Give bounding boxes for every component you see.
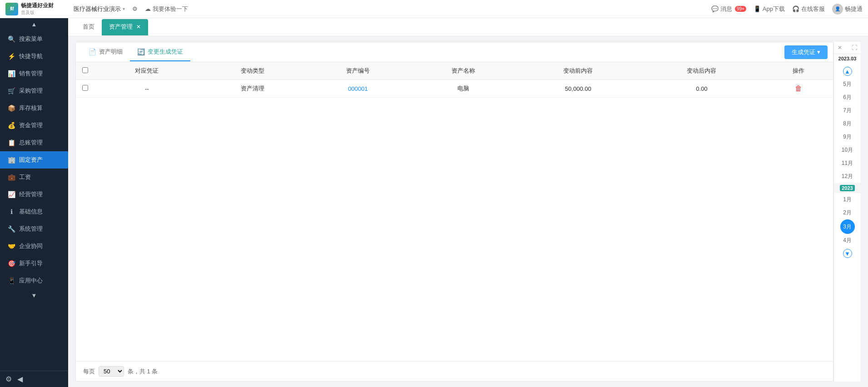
service-icon: 🎧 <box>792 5 799 12</box>
experience-label: 我要体验一下 <box>153 5 188 13</box>
sidebar-item-system[interactable]: 🔧 系统管理 <box>0 220 68 238</box>
tabs-bar: 首页 资产管理 ✕ <box>68 18 868 36</box>
sidebar-item-payroll[interactable]: 💼 工资 <box>0 169 68 186</box>
sidebar-item-app-center[interactable]: 📱 应用中心 <box>0 272 68 289</box>
pagination: 每页 50 10 20 100 条，共 1 条 <box>76 361 833 381</box>
generate-voucher-label: 生成凭证 <box>792 48 815 56</box>
cloud-icon: ☁ <box>145 5 151 12</box>
calendar-down-arrow[interactable]: ▼ <box>834 247 861 260</box>
message-button[interactable]: 💬 消息 99+ <box>711 5 746 13</box>
generate-voucher-button[interactable]: 生成凭证 ▾ <box>784 45 828 59</box>
row-asset-name: 电脑 <box>411 80 516 98</box>
sidebar-item-operations[interactable]: 📈 经营管理 <box>0 186 68 203</box>
sidebar-item-search[interactable]: 🔍 搜索菜单 <box>0 30 68 48</box>
message-badge: 99+ <box>735 6 746 12</box>
sidebar-label-fixed-assets: 固定资产 <box>19 156 43 164</box>
app-download-button[interactable]: 📱 App下载 <box>754 5 785 13</box>
calendar-close-button[interactable]: ✕ <box>838 45 842 51</box>
capital-icon: 💰 <box>7 122 15 129</box>
row-before-change: 50,000.00 <box>516 80 640 98</box>
sidebar-scroll-down[interactable]: ▼ <box>0 289 68 302</box>
row-checkbox-cell <box>76 80 94 98</box>
settings-button[interactable]: ⚙ <box>129 3 141 15</box>
tab-home[interactable]: 首页 <box>75 19 102 35</box>
calendar-month-9[interactable]: 9月 <box>834 130 861 144</box>
sidebar-label-basic-info: 基础信息 <box>19 208 43 216</box>
tab-asset-management[interactable]: 资产管理 ✕ <box>102 19 148 35</box>
calendar-month-2[interactable]: 2月 <box>834 206 861 219</box>
calendar-month-8[interactable]: 8月 <box>834 117 861 130</box>
logo-area: 财 畅捷通好业财 普及版 <box>5 2 74 16</box>
sidebar-item-fixed-assets[interactable]: 🏢 固定资产 <box>0 151 68 169</box>
fixed-assets-icon: 🏢 <box>7 156 15 164</box>
table-container: 对应凭证 变动类型 资产编号 资产名称 变动前内容 变动后内容 操作 <box>76 62 833 361</box>
calendar-month-12[interactable]: 12月 <box>834 170 861 183</box>
basic-info-icon: ℹ <box>7 208 15 215</box>
calendar-month-4[interactable]: 4月 <box>834 234 861 247</box>
purchase-icon: 🛒 <box>7 87 15 94</box>
sidebar-item-purchase[interactable]: 🛒 采购管理 <box>0 82 68 99</box>
row-change-type: 资产清理 <box>199 80 305 98</box>
tab-home-label: 首页 <box>83 23 94 31</box>
row-delete-button[interactable]: 🗑 <box>795 84 802 92</box>
sidebar-item-quick-nav[interactable]: ⚡ 快捷导航 <box>0 48 68 65</box>
tab-close-icon[interactable]: ✕ <box>136 24 141 30</box>
sidebar-label-capital: 资金管理 <box>19 121 43 129</box>
th-asset-name: 资产名称 <box>411 62 516 80</box>
message-icon: 💬 <box>711 5 719 12</box>
sidebar-item-basic-info[interactable]: ℹ 基础信息 <box>0 203 68 220</box>
per-page-select[interactable]: 50 10 20 100 <box>99 366 124 377</box>
calendar-month-11[interactable]: 11月 <box>834 157 861 170</box>
company-selector[interactable]: 医疗器械行业演示 ▾ <box>74 5 125 13</box>
main-layout: ▲ 🔍 搜索菜单 ⚡ 快捷导航 📊 销售管理 🛒 采购管理 📦 库存核算 💰 资… <box>0 18 868 387</box>
user-profile-button[interactable]: 👤 畅捷通 <box>832 4 863 15</box>
customer-service-button[interactable]: 🎧 在线客服 <box>792 5 825 13</box>
settings-icon: ⚙ <box>132 5 138 12</box>
asset-list-icon: 📄 <box>89 48 96 55</box>
inventory-icon: 📦 <box>7 104 15 112</box>
sidebar-label-operations: 经营管理 <box>19 190 43 198</box>
row-voucher: -- <box>94 80 199 98</box>
calendar-month-5[interactable]: 5月 <box>834 78 861 91</box>
enterprise-icon: 🤝 <box>7 243 15 250</box>
data-table: 对应凭证 变动类型 资产编号 资产名称 变动前内容 变动后内容 操作 <box>76 62 833 98</box>
header-center: 医疗器械行业演示 ▾ ⚙ ☁ 我要体验一下 <box>74 3 711 15</box>
sidebar-item-capital[interactable]: 💰 资金管理 <box>0 117 68 134</box>
calendar-expand-button[interactable]: ⛶ <box>852 45 857 51</box>
calendar-month-1[interactable]: 1月 <box>834 193 861 206</box>
sidebar-label-ledger: 总账管理 <box>19 139 43 147</box>
customer-service-label: 在线客服 <box>801 5 825 13</box>
sidebar-scroll-up[interactable]: ▲ <box>0 18 68 30</box>
sidebar-item-inventory[interactable]: 📦 库存核算 <box>0 99 68 117</box>
content-area: 首页 资产管理 ✕ 📄 资产明细 🔄 变更生成凭证 <box>68 18 868 387</box>
sidebar-label-payroll: 工资 <box>19 173 31 181</box>
table-row: -- 资产清理 000001 电脑 50,000.00 0.00 🗑 <box>76 80 833 98</box>
row-checkbox[interactable] <box>82 85 88 91</box>
header-right: 💬 消息 99+ 📱 App下载 🎧 在线客服 👤 畅捷通 <box>711 4 863 15</box>
company-caret-icon: ▾ <box>123 6 125 11</box>
th-change-type: 变动类型 <box>199 62 305 80</box>
sidebar-collapse-button[interactable]: ◀ <box>17 375 23 383</box>
calendar-month-3[interactable]: 3月 <box>840 219 855 234</box>
inner-tab-asset-list[interactable]: 📄 资产明细 <box>81 43 130 61</box>
calendar-month-7[interactable]: 7月 <box>834 104 861 117</box>
calendar-year-label: 2023.03 <box>834 54 861 63</box>
sidebar-label-search: 搜索菜单 <box>19 35 43 43</box>
calendar-month-6[interactable]: 6月 <box>834 91 861 104</box>
company-name: 医疗器械行业演示 <box>74 5 121 13</box>
calendar-scroll: ▲ 5月 6月 7月 8月 9月 <box>834 63 861 382</box>
sidebar-item-ledger[interactable]: 📋 总账管理 <box>0 134 68 151</box>
calendar-up-arrow[interactable]: ▲ <box>834 65 861 78</box>
sidebar-item-enterprise[interactable]: 🤝 企业协同 <box>0 238 68 255</box>
experience-button[interactable]: ☁ 我要体验一下 <box>145 5 188 13</box>
sidebar-item-sales[interactable]: 📊 销售管理 <box>0 65 68 82</box>
app-name: 畅捷通好业财 <box>21 2 54 10</box>
avatar: 👤 <box>832 4 843 15</box>
app-name-block: 畅捷通好业财 普及版 <box>21 2 54 16</box>
sidebar-item-guide[interactable]: 🎯 新手引导 <box>0 255 68 272</box>
inner-tab-change-voucher[interactable]: 🔄 变更生成凭证 <box>130 43 190 61</box>
inner-tab-asset-list-label: 资产明细 <box>99 48 123 56</box>
sidebar-settings-button[interactable]: ⚙ <box>5 375 12 383</box>
select-all-checkbox[interactable] <box>82 67 88 73</box>
calendar-month-10[interactable]: 10月 <box>834 144 861 157</box>
